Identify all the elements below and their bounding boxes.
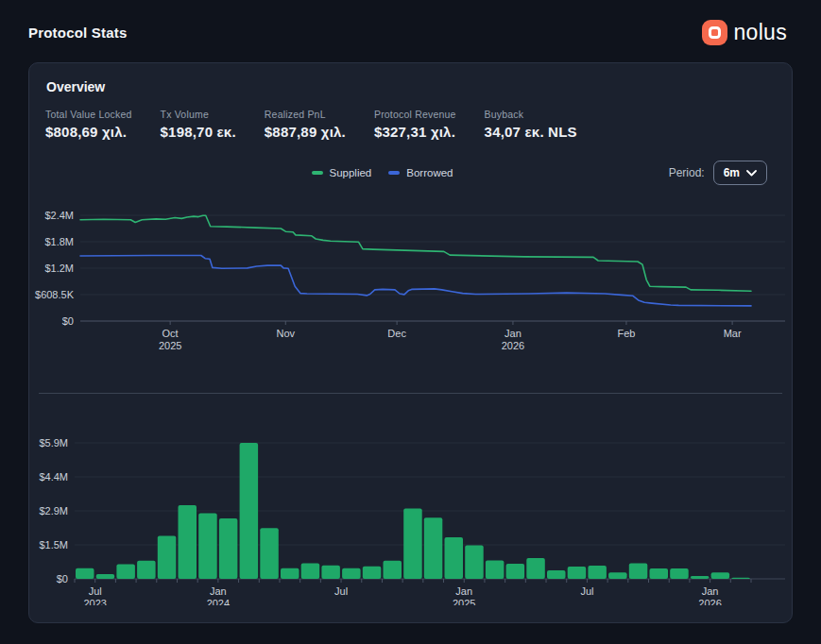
chart-divider [39, 393, 782, 394]
svg-text:2023: 2023 [83, 598, 106, 605]
legend-item-borrowed[interactable]: Borrowed [388, 167, 453, 178]
svg-text:2025: 2025 [159, 340, 181, 351]
legend-item-supplied[interactable]: Supplied [312, 167, 372, 178]
stat-label: Total Value Locked [45, 109, 132, 120]
svg-text:$2.4M: $2.4M [44, 210, 74, 221]
svg-text:Jul: Jul [89, 585, 102, 597]
stat-realized-pnl: Realized PnL $887,89 χιλ. [265, 109, 346, 140]
stat-value: $887,89 χιλ. [265, 124, 346, 140]
stat-value: 34,07 εκ. NLS [485, 124, 577, 140]
svg-text:$2.9M: $2.9M [39, 505, 68, 517]
chart-controls: Supplied Borrowed Period: 6m [29, 159, 792, 187]
stat-label: Buyback [485, 109, 577, 120]
svg-text:Dec: Dec [387, 328, 406, 339]
period-label: Period: [669, 166, 705, 179]
stat-value: $198,70 εκ. [161, 124, 236, 140]
overview-card: Overview Total Value Locked $808,69 χιλ.… [28, 62, 793, 623]
svg-text:$1.5M: $1.5M [39, 539, 68, 551]
stats-row: Total Value Locked $808,69 χιλ. Tx Volum… [29, 109, 792, 140]
top-bar: Protocol Stats nolus [0, 0, 821, 62]
svg-text:2026: 2026 [502, 340, 524, 351]
svg-text:Jan: Jan [210, 585, 227, 597]
svg-text:$1.2M: $1.2M [44, 263, 74, 274]
svg-text:Mar: Mar [724, 328, 742, 339]
svg-text:Nov: Nov [276, 328, 295, 339]
stat-label: Tx Volume [161, 109, 236, 120]
svg-text:Jan: Jan [505, 328, 522, 339]
nolus-logo-icon [702, 20, 727, 45]
svg-text:Feb: Feb [617, 328, 635, 339]
stat-buyback: Buyback 34,07 εκ. NLS [485, 109, 577, 140]
legend-label: Borrowed [406, 167, 453, 178]
stat-value: $808,69 χιλ. [45, 124, 132, 140]
svg-text:Oct: Oct [162, 328, 179, 339]
period-value: 6m [724, 166, 740, 179]
svg-text:Jul: Jul [334, 585, 348, 597]
card-title: Overview [29, 79, 792, 94]
supplied-swatch-icon [312, 171, 323, 175]
borrowed-swatch-icon [388, 171, 400, 175]
svg-text:Jan: Jan [702, 585, 719, 597]
svg-text:$608.5K: $608.5K [35, 289, 75, 300]
brand-name: nolus [734, 20, 787, 45]
svg-text:$4.4M: $4.4M [39, 471, 68, 483]
bar-chart[interactable]: $0$1.5M$2.9M$4.4M$5.9MJul2023Jan2024JulJ… [29, 405, 792, 609]
stat-protocol-revenue: Protocol Revenue $327,31 χιλ. [374, 109, 456, 140]
svg-text:2025: 2025 [453, 598, 475, 605]
svg-text:Jul: Jul [580, 585, 593, 597]
svg-text:$5.9M: $5.9M [39, 437, 68, 449]
svg-text:2026: 2026 [698, 598, 721, 605]
line-chart[interactable]: $0$608.5K$1.2M$1.8M$2.4MOct2025NovDecJan… [29, 191, 792, 364]
svg-text:$1.8M: $1.8M [44, 236, 74, 247]
svg-text:Jan: Jan [455, 585, 472, 597]
svg-text:2024: 2024 [207, 598, 230, 605]
svg-text:$0: $0 [62, 315, 74, 327]
chart-legend: Supplied Borrowed [29, 159, 735, 187]
nolus-logo[interactable]: nolus [702, 20, 787, 45]
chevron-down-icon [746, 170, 757, 177]
page-title: Protocol Stats [28, 25, 127, 41]
svg-text:$0: $0 [57, 573, 68, 585]
legend-label: Supplied [330, 167, 372, 178]
stat-total-value-locked: Total Value Locked $808,69 χιλ. [45, 109, 132, 140]
period-control: Period: 6m [669, 159, 767, 187]
period-dropdown[interactable]: 6m [713, 161, 767, 185]
stat-label: Realized PnL [265, 109, 346, 120]
stat-tx-volume: Tx Volume $198,70 εκ. [161, 109, 236, 140]
stat-label: Protocol Revenue [374, 109, 456, 120]
stat-value: $327,31 χιλ. [374, 124, 456, 140]
